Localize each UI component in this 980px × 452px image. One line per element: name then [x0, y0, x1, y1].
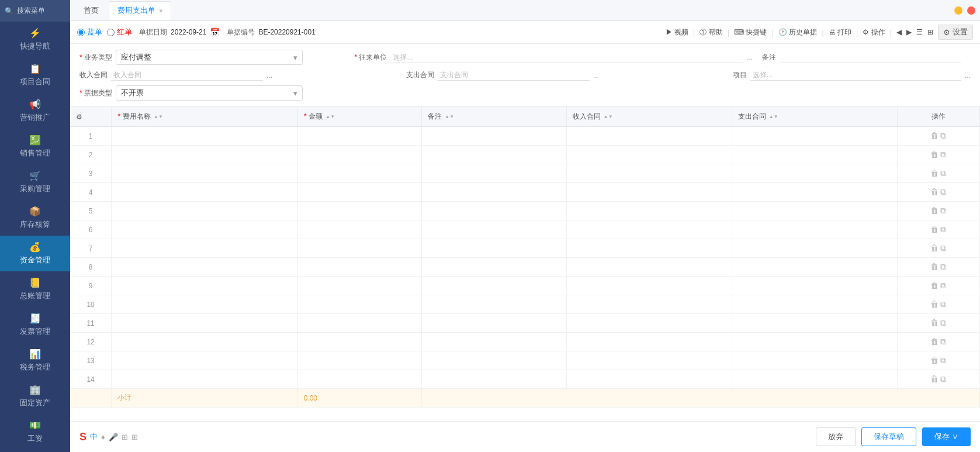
row-income-contract[interactable]	[566, 333, 732, 351]
copy-icon[interactable]: ⧉	[940, 374, 946, 384]
delete-icon[interactable]: 🗑	[930, 374, 939, 384]
row-note[interactable]	[421, 295, 566, 314]
sort-icons-income[interactable]: ▲▼	[604, 114, 613, 119]
delete-icon[interactable]: 🗑	[930, 356, 939, 365]
row-income-contract[interactable]	[566, 220, 732, 239]
history-action[interactable]: 🕐 历史单据	[778, 27, 817, 37]
row-expense-contract[interactable]	[732, 295, 897, 314]
row-amount[interactable]	[297, 183, 421, 202]
ops-action[interactable]: ⚙ 操作	[863, 27, 885, 37]
row-name[interactable]	[112, 333, 297, 351]
delete-icon[interactable]: 🗑	[930, 318, 939, 327]
delete-icon[interactable]: 🗑	[930, 337, 939, 346]
row-amount[interactable]	[297, 220, 421, 239]
row-note[interactable]	[421, 258, 566, 277]
row-expense-contract[interactable]	[732, 277, 897, 295]
setting-button[interactable]: ⚙ 设置	[938, 25, 973, 40]
row-income-contract[interactable]	[566, 202, 732, 220]
row-note[interactable]	[421, 220, 566, 239]
sidebar-item-capital-mgmt[interactable]: 💰资金管理	[0, 236, 70, 271]
row-name[interactable]	[112, 370, 297, 389]
income-contract-input[interactable]	[111, 70, 263, 81]
radio-red[interactable]: 红单	[107, 27, 132, 37]
copy-icon[interactable]: ⧉	[940, 262, 946, 271]
discard-button[interactable]: 放弃	[816, 427, 856, 446]
row-note[interactable]	[421, 314, 566, 333]
row-income-contract[interactable]	[566, 314, 732, 333]
col-settings-header[interactable]: ⚙	[70, 107, 112, 127]
row-note[interactable]	[421, 370, 566, 389]
copy-icon[interactable]: ⧉	[940, 318, 946, 327]
brand-grid1-icon[interactable]: ⊞	[122, 433, 128, 441]
sidebar-item-ledger-mgmt[interactable]: 📒总账管理	[0, 271, 70, 307]
row-expense-contract[interactable]	[732, 164, 897, 183]
brand-grid2-icon[interactable]: ⊞	[131, 433, 138, 441]
row-name[interactable]	[112, 220, 297, 239]
video-action[interactable]: ▶ 视频	[666, 27, 688, 37]
sidebar-item-ops-mgmt[interactable]: 📈经营管理	[0, 450, 70, 452]
sidebar-item-quick-nav[interactable]: ⚡快捷导航	[0, 22, 70, 57]
row-note[interactable]	[421, 333, 566, 351]
row-name[interactable]	[112, 258, 297, 277]
copy-icon[interactable]: ⧉	[940, 187, 946, 196]
delete-icon[interactable]: 🗑	[930, 243, 939, 253]
sidebar-item-sales-mgmt[interactable]: 💹销售管理	[0, 129, 70, 164]
maximize-button[interactable]	[954, 6, 962, 15]
row-income-contract[interactable]	[566, 277, 732, 295]
copy-icon[interactable]: ⧉	[940, 281, 946, 290]
row-income-contract[interactable]	[566, 239, 732, 258]
business-type-select[interactable]: 应付调整 ▾	[116, 50, 303, 65]
row-note[interactable]	[421, 202, 566, 220]
row-income-contract[interactable]	[566, 258, 732, 277]
row-amount[interactable]	[297, 295, 421, 314]
sidebar-item-payroll[interactable]: 💵工资	[0, 414, 70, 450]
row-expense-contract[interactable]	[732, 183, 897, 202]
row-note[interactable]	[421, 239, 566, 258]
date-value[interactable]: 2022-09-21	[171, 28, 206, 36]
row-expense-contract[interactable]	[732, 314, 897, 333]
row-name[interactable]	[112, 164, 297, 183]
project-input[interactable]	[750, 70, 961, 81]
prev-action[interactable]: ◀	[896, 28, 902, 36]
expense-contract-ellipsis[interactable]: ...	[593, 71, 599, 80]
delete-icon[interactable]: 🗑	[930, 168, 939, 178]
row-amount[interactable]	[297, 202, 421, 220]
remark-input[interactable]	[780, 52, 961, 63]
copy-icon[interactable]: ⧉	[940, 337, 946, 346]
tab-close-icon[interactable]: ×	[159, 7, 162, 14]
list-view-action[interactable]: ☰	[916, 28, 923, 36]
row-name[interactable]	[112, 202, 297, 220]
sidebar-item-marketing[interactable]: 📢营销推广	[0, 93, 70, 129]
row-name[interactable]	[112, 146, 297, 164]
row-expense-contract[interactable]	[732, 202, 897, 220]
sidebar-item-project-contract[interactable]: 📋项目合同	[0, 57, 70, 93]
save-button[interactable]: 保存 ∨	[922, 427, 971, 446]
sort-icons-amount[interactable]: ▲▼	[325, 114, 335, 119]
row-note[interactable]	[421, 277, 566, 295]
sort-icons-note[interactable]: ▲▼	[445, 114, 454, 119]
row-income-contract[interactable]	[566, 183, 732, 202]
delete-icon[interactable]: 🗑	[930, 206, 939, 215]
row-expense-contract[interactable]	[732, 333, 897, 351]
copy-icon[interactable]: ⧉	[940, 168, 946, 178]
row-amount[interactable]	[297, 314, 421, 333]
row-note[interactable]	[421, 183, 566, 202]
row-amount[interactable]	[297, 333, 421, 351]
copy-icon[interactable]: ⧉	[940, 150, 946, 159]
brand-mic-icon[interactable]: 🎤	[109, 433, 118, 441]
row-amount[interactable]	[297, 258, 421, 277]
income-contract-ellipsis[interactable]: ...	[266, 71, 272, 80]
row-income-contract[interactable]	[566, 164, 732, 183]
row-name[interactable]	[112, 127, 297, 146]
tab-expense-bill[interactable]: 费用支出单×	[109, 1, 171, 20]
invoice-type-select[interactable]: 不开票 ▾	[116, 85, 303, 101]
row-expense-contract[interactable]	[732, 258, 897, 277]
row-name[interactable]	[112, 183, 297, 202]
sidebar-item-fixed-assets[interactable]: 🏢固定资产	[0, 378, 70, 414]
copy-icon[interactable]: ⧉	[940, 243, 946, 253]
sidebar-search[interactable]: 🔍 搜索菜单	[0, 0, 70, 22]
row-expense-contract[interactable]	[732, 239, 897, 258]
row-income-contract[interactable]	[566, 370, 732, 389]
delete-icon[interactable]: 🗑	[930, 299, 939, 309]
counterpart-input[interactable]	[390, 52, 743, 63]
